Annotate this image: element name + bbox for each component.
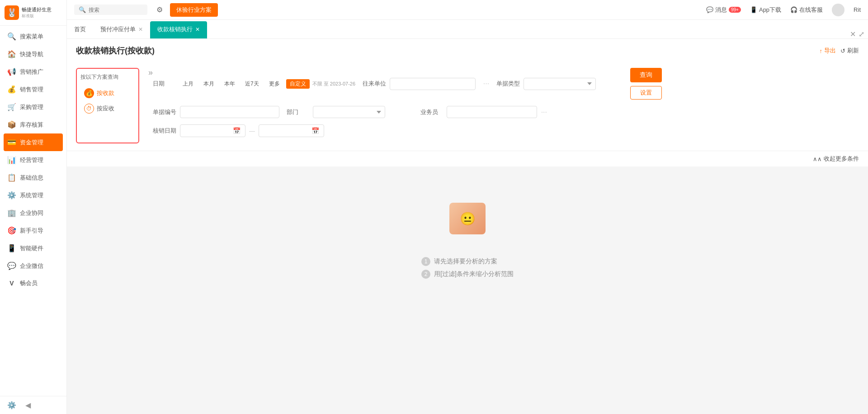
sidebar-item-enterprise[interactable]: 🏢 企业协同 <box>0 204 66 222</box>
wecom-icon: 💬 <box>7 262 16 270</box>
close-tab-btn[interactable]: ✕ <box>850 30 856 38</box>
staff-input[interactable] <box>447 106 537 118</box>
search-input[interactable] <box>89 7 143 13</box>
settings-button[interactable]: 设置 <box>630 86 662 100</box>
writeoff-date-end-input[interactable]: 2023-07-21 <box>264 128 309 134</box>
date-btn-more[interactable]: 更多 <box>265 79 283 89</box>
maximize-tab-btn[interactable]: ⤢ <box>859 30 864 38</box>
settings-footer-icon[interactable]: ⚙️ <box>7 401 16 409</box>
writeoff-date-start-box[interactable]: 2023-03-01 📅 <box>180 124 245 137</box>
bill-type-group: 单据类型 <box>496 78 623 90</box>
sidebar-item-system[interactable]: ⚙️ 系统管理 <box>0 186 66 204</box>
sidebar-item-label: 库存核算 <box>20 121 43 129</box>
online-service-action[interactable]: 🎧 在线客服 <box>790 6 823 14</box>
sidebar-item-smart-hw[interactable]: 📱 智能硬件 <box>0 239 66 257</box>
sidebar-item-sales[interactable]: 💰 销售管理 <box>0 81 66 98</box>
collapse-more-conditions[interactable]: ∧∧ 收起更多条件 <box>67 151 868 167</box>
sidebar-item-label: 系统管理 <box>20 191 43 200</box>
sidebar-item-quick-nav[interactable]: 🏠 快捷导航 <box>0 45 66 63</box>
department-select[interactable] <box>313 106 385 118</box>
member-icon: V <box>7 280 16 287</box>
empty-state: 😐 1 请先选择要分析的方案 2 用[过滤]条件来缩小分析范围 <box>67 167 868 315</box>
header-actions: 💬 消息 99+ 📱 App下载 🎧 在线客服 Rit <box>706 4 861 16</box>
system-icon: ⚙️ <box>7 191 16 200</box>
writeoff-date-start-input[interactable]: 2023-03-01 <box>185 128 230 134</box>
page-title: 收款核销执行(按收款) <box>76 45 155 56</box>
sidebar-item-guide[interactable]: 🎯 新手引导 <box>0 222 66 239</box>
date-btn-custom[interactable]: 自定义 <box>286 79 310 89</box>
app-name: 畅捷通好生意 <box>22 6 52 13</box>
bill-type-label: 单据类型 <box>496 80 520 88</box>
quick-nav-icon: 🏠 <box>7 50 16 58</box>
counterparty-group: 往来单位 ··· <box>363 78 489 90</box>
bill-no-input[interactable] <box>180 106 279 118</box>
filter-sidebar-title: 按以下方案查询 <box>80 73 135 81</box>
tab-prepay[interactable]: 预付冲应付单 ✕ <box>93 21 150 38</box>
empty-illustration: 😐 <box>440 203 495 248</box>
date-btn-7days[interactable]: 近7天 <box>241 79 263 89</box>
counterparty-input[interactable] <box>390 78 476 90</box>
export-button[interactable]: ↑ 导出 <box>820 47 836 55</box>
date-filter-group: 日期 上月 本月 本年 近7天 更多 自定义 不限 至 2023-07-26 <box>153 79 355 89</box>
bill-no-group: 单据编号 <box>153 106 279 118</box>
staff-dots[interactable]: ··· <box>541 108 547 116</box>
sidebar-item-search-menu[interactable]: 🔍 搜索菜单 <box>0 28 66 45</box>
filter-option-by-receipt[interactable]: 💰 按收款 <box>80 86 135 101</box>
department-group: 部门 <box>287 106 413 118</box>
bill-type-select[interactable] <box>524 78 596 90</box>
sidebar-item-member[interactable]: V 畅会员 <box>0 275 66 292</box>
sidebar-item-label: 快捷导航 <box>20 50 43 58</box>
logo-icon: 🐰 <box>5 5 19 20</box>
date-label: 日期 <box>153 80 175 88</box>
counterparty-dots[interactable]: ··· <box>479 80 489 88</box>
writeoff-date-end-box[interactable]: 2023-07-21 📅 <box>259 124 324 137</box>
gear-icon[interactable]: ⚙ <box>156 5 163 14</box>
app-download-label: App下载 <box>759 6 781 14</box>
calendar-start-icon[interactable]: 📅 <box>233 127 241 134</box>
date-range-hint: 不限 至 2023-07-26 <box>312 81 355 87</box>
sidebar-item-marketing[interactable]: 📢 营销推广 <box>0 63 66 81</box>
main-area: 🔍 ⚙ 休验行业方案 💬 消息 99+ 📱 App下载 🎧 在线客服 Rit <box>67 0 868 414</box>
tab-receipt-writeoff[interactable]: 收款核销执行 ✕ <box>150 21 207 38</box>
date-btn-last-month[interactable]: 上月 <box>179 79 197 89</box>
refresh-label: 刷新 <box>847 47 859 55</box>
date-separator: — <box>249 128 255 134</box>
user-avatar[interactable] <box>832 4 844 16</box>
date-btn-this-year[interactable]: 本年 <box>221 79 239 89</box>
filter-form: 日期 上月 本月 本年 近7天 更多 自定义 不限 至 2023-07-26 <box>153 68 859 143</box>
calendar-end-icon[interactable]: 📅 <box>311 127 319 134</box>
by-receipt-icon: 💰 <box>84 88 94 98</box>
department-label: 部门 <box>287 108 309 116</box>
refresh-button[interactable]: ↺ 刷新 <box>840 47 859 55</box>
empty-box-face: 😐 <box>460 211 476 226</box>
collapse-sidebar-icon[interactable]: ◀ <box>25 401 31 409</box>
sidebar-item-finance[interactable]: 💳 资金管理 <box>4 133 63 151</box>
tab-bar-actions: ✕ ⤢ <box>850 30 868 38</box>
sidebar-item-basic-info[interactable]: 📋 基础信息 <box>0 169 66 186</box>
hint-text-1: 请先选择要分析的方案 <box>434 257 497 266</box>
inventory-icon: 📦 <box>7 120 16 129</box>
sidebar-item-label: 新手引导 <box>20 227 43 235</box>
user-name: Rit <box>854 6 861 13</box>
app-download-action[interactable]: 📱 App下载 <box>750 6 781 14</box>
sidebar-item-purchase[interactable]: 🛒 采购管理 <box>0 98 66 116</box>
marketing-icon: 📢 <box>7 67 16 76</box>
sidebar-item-inventory[interactable]: 📦 库存核算 <box>0 116 66 133</box>
filter-collapse-btn[interactable]: » <box>148 68 153 143</box>
messages-action[interactable]: 💬 消息 99+ <box>706 6 741 14</box>
query-button[interactable]: 查询 <box>630 68 662 82</box>
solution-button[interactable]: 休验行业方案 <box>170 3 218 17</box>
filter-option-by-receivable[interactable]: ⏱ 按应收 <box>80 101 135 116</box>
tab-prepay-label: 预付冲应付单 <box>100 25 136 33</box>
header-search-box[interactable]: 🔍 <box>74 5 147 15</box>
tab-home[interactable]: 首页 <box>67 21 93 38</box>
filter-actions: 查询 设置 <box>630 68 662 100</box>
sidebar-item-operation[interactable]: 📊 经营管理 <box>0 151 66 169</box>
sidebar-item-wecom[interactable]: 💬 企业微信 <box>0 257 66 275</box>
purchase-icon: 🛒 <box>7 103 16 111</box>
date-btn-this-month[interactable]: 本月 <box>200 79 218 89</box>
online-service-icon: 🎧 <box>790 6 797 13</box>
tab-receipt-writeoff-close[interactable]: ✕ <box>195 26 200 33</box>
tab-prepay-close[interactable]: ✕ <box>138 26 143 33</box>
tab-bar: 首页 预付冲应付单 ✕ 收款核销执行 ✕ ✕ ⤢ <box>67 20 868 39</box>
